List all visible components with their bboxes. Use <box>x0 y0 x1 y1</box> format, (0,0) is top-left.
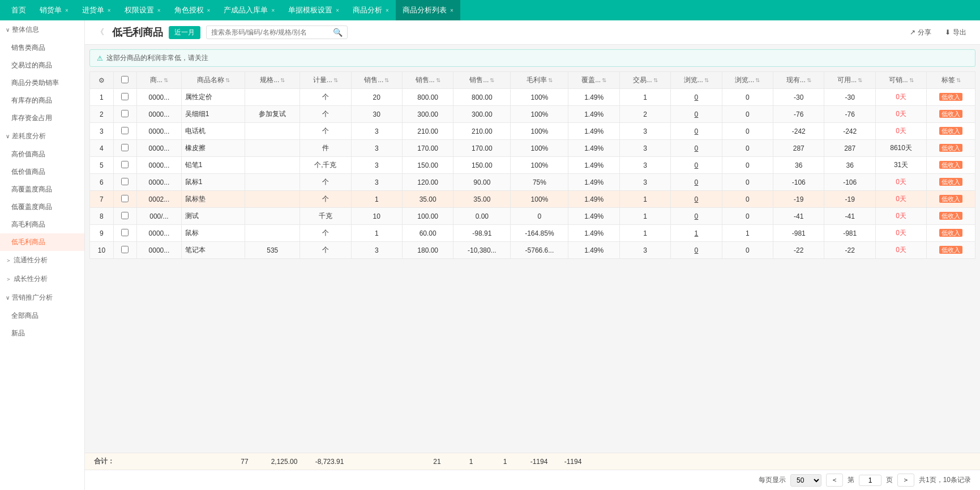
col-spec[interactable]: 规格...⇅ <box>245 72 300 89</box>
row-browse1[interactable]: 0 <box>671 157 722 174</box>
next-page-button[interactable]: ＞ <box>897 474 914 487</box>
row-browse1[interactable]: 0 <box>671 89 722 106</box>
row-trade: 3 <box>619 140 670 157</box>
row-checkbox[interactable] <box>113 140 136 157</box>
row-checkbox[interactable] <box>113 174 136 191</box>
row-browse1[interactable]: 1 <box>671 225 722 242</box>
row-browse2: 0 <box>722 208 773 225</box>
sidebar-item-in-stock[interactable]: 有库存的商品 <box>0 92 84 109</box>
nav-template[interactable]: 单据模板设置× <box>281 0 346 20</box>
close-icon[interactable]: × <box>157 7 161 14</box>
sidebar-group-overall[interactable]: ∨ 整体信息 <box>0 20 84 39</box>
table-row: 10 0000... 笔记本 535 个 3 180.00 -10,380...… <box>90 242 975 259</box>
nav-purchase[interactable]: 进货单× <box>75 0 118 20</box>
row-sales2: 170.00 <box>402 140 453 157</box>
sidebar-item-high-value[interactable]: 高价值商品 <box>0 146 84 163</box>
col-name[interactable]: 商品名称⇅ <box>181 72 245 89</box>
table-container[interactable]: ⚙ 商...⇅ 商品名称⇅ 规格...⇅ 计量...⇅ 销售...⇅ 销售...… <box>89 71 975 453</box>
sidebar-item-all-products[interactable]: 全部商品 <box>0 307 84 325</box>
page-size-select[interactable]: 50 100 200 <box>790 474 821 487</box>
date-filter-button[interactable]: 近一月 <box>169 26 200 39</box>
col-unit[interactable]: 计量...⇅ <box>300 72 351 89</box>
close-icon[interactable]: × <box>108 7 111 14</box>
nav-product-entry[interactable]: 产成品入库单× <box>217 0 281 20</box>
close-icon[interactable]: × <box>65 7 69 14</box>
nav-permission[interactable]: 权限设置× <box>118 0 168 20</box>
row-checkbox[interactable] <box>113 89 136 106</box>
sidebar-item-low-value[interactable]: 低价值商品 <box>0 163 84 181</box>
sidebar-item-low-margin[interactable]: 低毛利商品 <box>0 233 84 251</box>
row-checkbox[interactable] <box>113 242 136 259</box>
col-code[interactable]: 商...⇅ <box>137 72 182 89</box>
row-select-checkbox[interactable] <box>121 127 129 134</box>
row-select-checkbox[interactable] <box>121 161 129 168</box>
sidebar-group-marketing[interactable]: ∨ 营销推广分析 <box>0 288 84 307</box>
row-select-checkbox[interactable] <box>121 93 129 100</box>
nav-product-analysis-list[interactable]: 商品分析列表× <box>396 0 460 20</box>
close-icon[interactable]: × <box>386 7 389 14</box>
row-checkbox[interactable] <box>113 191 136 208</box>
row-browse1[interactable]: 0 <box>671 208 722 225</box>
col-coverage[interactable]: 覆盖...⇅ <box>568 72 619 89</box>
close-icon[interactable]: × <box>336 7 339 14</box>
row-available: -19 <box>824 191 875 208</box>
sidebar-item-new-products[interactable]: 新品 <box>0 325 84 342</box>
row-browse1[interactable]: 0 <box>671 106 722 123</box>
select-all-checkbox[interactable] <box>121 76 129 83</box>
row-browse1[interactable]: 0 <box>671 123 722 140</box>
row-select-checkbox[interactable] <box>121 144 129 151</box>
row-gross: 100% <box>511 191 568 208</box>
col-browse1[interactable]: 浏览...⇅ <box>671 72 722 89</box>
col-tag[interactable]: 标签⇅ <box>927 72 975 89</box>
sidebar-item-sales-products[interactable]: 销售类商品 <box>0 39 84 57</box>
col-sales1[interactable]: 销售...⇅ <box>351 72 402 89</box>
sidebar-group-flow[interactable]: ＞ 流通性分析 <box>0 251 84 270</box>
row-select-checkbox[interactable] <box>121 110 129 117</box>
col-sales3[interactable]: 销售...⇅ <box>453 72 511 89</box>
col-saleable[interactable]: 可销...⇅ <box>875 72 926 89</box>
nav-sales[interactable]: 销货单× <box>33 0 75 20</box>
nav-home[interactable]: 首页 <box>5 0 33 20</box>
export-button[interactable]: ⬇ 导出 <box>940 25 971 40</box>
close-icon[interactable]: × <box>207 7 211 14</box>
col-trade[interactable]: 交易...⇅ <box>619 72 670 89</box>
sidebar-group-growth[interactable]: ＞ 成长性分析 <box>0 270 84 288</box>
search-input[interactable] <box>211 28 333 36</box>
row-select-checkbox[interactable] <box>121 178 129 185</box>
row-select-checkbox[interactable] <box>121 246 129 253</box>
sidebar-item-traded-products[interactable]: 交易过的商品 <box>0 57 84 74</box>
row-select-checkbox[interactable] <box>121 195 129 202</box>
row-select-checkbox[interactable] <box>121 229 129 236</box>
col-browse2[interactable]: 浏览...⇅ <box>722 72 773 89</box>
page-number-input[interactable] <box>859 475 881 486</box>
col-current[interactable]: 现有...⇅ <box>773 72 824 89</box>
sidebar-item-low-coverage[interactable]: 低覆盖度商品 <box>0 198 84 216</box>
sidebar-group-margin[interactable]: ∨ 差耗度分析 <box>0 127 84 146</box>
row-checkbox[interactable] <box>113 123 136 140</box>
prev-page-button[interactable]: ＜ <box>826 474 843 487</box>
row-browse1[interactable]: 0 <box>671 242 722 259</box>
col-checkbox[interactable] <box>113 72 136 89</box>
close-icon[interactable]: × <box>271 7 275 14</box>
sidebar-item-category-rate[interactable]: 商品分类助销率 <box>0 74 84 92</box>
col-sales2[interactable]: 销售...⇅ <box>402 72 453 89</box>
row-browse1[interactable]: 0 <box>671 140 722 157</box>
row-checkbox[interactable] <box>113 106 136 123</box>
nav-role[interactable]: 角色授权× <box>168 0 217 20</box>
sidebar-item-high-coverage[interactable]: 高覆盖度商品 <box>0 181 84 198</box>
row-checkbox[interactable] <box>113 157 136 174</box>
collapse-sidebar-button[interactable]: 《 <box>94 25 106 40</box>
sidebar-item-capital[interactable]: 库存资金占用 <box>0 109 84 127</box>
col-settings[interactable]: ⚙ <box>90 72 114 89</box>
row-browse1[interactable]: 0 <box>671 191 722 208</box>
nav-product-analysis[interactable]: 商品分析× <box>346 0 396 20</box>
close-icon[interactable]: × <box>450 7 453 14</box>
col-available[interactable]: 可用...⇅ <box>824 72 875 89</box>
col-gross[interactable]: 毛利率⇅ <box>511 72 568 89</box>
row-checkbox[interactable] <box>113 208 136 225</box>
sidebar-item-high-margin[interactable]: 高毛利商品 <box>0 216 84 233</box>
row-browse1[interactable]: 0 <box>671 174 722 191</box>
row-checkbox[interactable] <box>113 225 136 242</box>
share-button[interactable]: ↗ 分享 <box>905 25 936 40</box>
row-select-checkbox[interactable] <box>121 212 129 219</box>
